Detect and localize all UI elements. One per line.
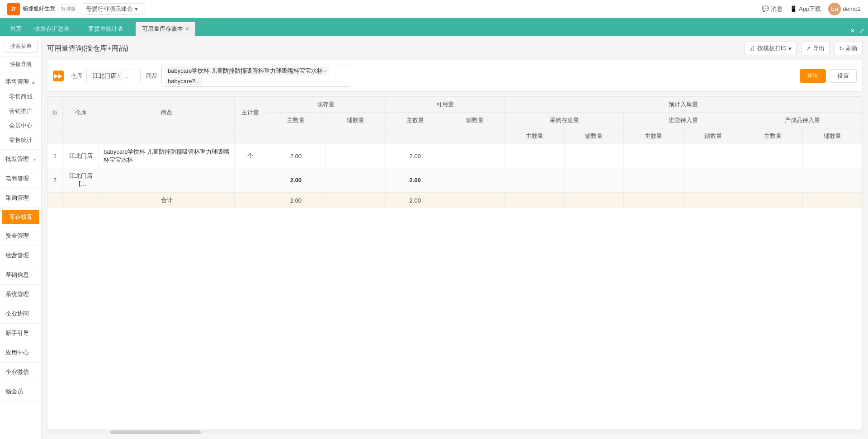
page-header: 可用量查询(按仓库+商品) 🖨 按模板打印 ▾ ↗ 导出 ↻ 刷新 [47, 42, 863, 55]
sidebar-group-system-header[interactable]: 系统管理 [0, 287, 41, 302]
logo: 好 畅捷通好生意 [7, 3, 55, 15]
export-btn[interactable]: ↗ 导出 [801, 42, 830, 55]
filter-toggle-btn[interactable]: ▶▶ [53, 71, 64, 81]
cell-purchase-main [505, 144, 564, 168]
sidebar-group-enterprise-header[interactable]: 企业协同 [0, 306, 41, 321]
refresh-btn[interactable]: ↻ 刷新 [834, 42, 863, 55]
th-stock-main: 主数量 [266, 113, 326, 128]
top-bar-left: 好 畅捷通好生意 标准版 母婴行业演示账套 ▾ [7, 3, 145, 15]
th-production-main: 主数量 [743, 128, 803, 144]
page-actions: 🖨 按模板打印 ▾ ↗ 导出 ↻ 刷新 [745, 42, 863, 55]
industry-selector[interactable]: 母婴行业演示账套 ▾ [82, 3, 145, 15]
search-menu-btn[interactable]: 搜索菜单 [4, 40, 38, 53]
th-product: 商品 [99, 97, 235, 128]
logo-text: 畅捷通好生意 [23, 5, 55, 13]
sidebar-group-basic-header[interactable]: 基础信息 [0, 267, 41, 283]
cell-purchase-sub [564, 144, 624, 168]
download-label: App下载 [799, 5, 821, 13]
th-stock-group: 现存量 [266, 97, 386, 113]
app-download-btn[interactable]: 📱 App下载 [790, 5, 821, 13]
product-tag-1-close[interactable]: × [324, 69, 327, 74]
ecommerce-label: 电商管理 [5, 175, 29, 183]
cell-incoming-main [624, 144, 684, 168]
close-window-icon[interactable]: ✕ [850, 27, 855, 34]
tab-collection-label: 收发存汇总表 [34, 25, 70, 33]
sidebar: 搜索菜单 快捷导航 零售管理 ▲ 零售商城 营销推广 会员中心 零售统计 批发管… [0, 36, 42, 439]
product-tag-1: babycare学饮杯 儿童防摔防撞吸管杯重力球吸嘴杯宝宝水杯 × [165, 66, 329, 76]
horizontal-scrollbar[interactable] [47, 430, 863, 434]
warehouse-more[interactable]: ... [124, 73, 129, 79]
cell-avail-main-2: 2.00 [385, 168, 445, 193]
scrollbar-thumb[interactable] [110, 430, 201, 434]
sidebar-group-finance-header[interactable]: 资金管理 [0, 228, 41, 244]
template-print-btn[interactable]: 🖨 按模板打印 ▾ [745, 42, 797, 55]
sidebar-item-retail-mall[interactable]: 零售商城 [0, 90, 41, 104]
table-row: 1 江北门店 babycare学饮杯 儿童防摔防撞吸管杯重力球吸嘴杯宝宝水杯 个… [47, 144, 862, 168]
expand-icon[interactable]: ⤢ [859, 27, 864, 34]
tab-order-stats-close[interactable]: × [126, 26, 129, 32]
page-title: 可用量查询(按仓库+商品) [47, 44, 128, 53]
username-label: demo2 [843, 5, 861, 12]
operation-label: 经营管理 [5, 251, 29, 260]
tab-collection-close[interactable]: × [72, 26, 75, 32]
tab-available-stock-label: 可用量库存账本 [142, 25, 183, 33]
setting-btn[interactable]: 设置 [830, 69, 857, 83]
industry-label: 母婴行业演示账套 [86, 5, 133, 13]
cell-product: babycare学饮杯 儿童防摔防撞吸管杯重力球吸嘴杯宝宝水杯 [99, 144, 235, 168]
tab-available-stock-close[interactable]: × [186, 26, 189, 32]
tab-collection[interactable]: 收发存汇总表 × [28, 22, 82, 36]
avatar: Ea [828, 3, 841, 15]
message-label: 消息 [771, 5, 783, 13]
warehouse-tag-close[interactable]: × [118, 73, 120, 78]
chevron-down-icon: ▾ [135, 5, 138, 12]
tab-home[interactable]: 首页 [4, 22, 28, 36]
sidebar-group-ecommerce: 电商管理 [0, 169, 41, 189]
sidebar-group-newguide: 新手引导 [0, 324, 41, 343]
sidebar-search-area: 搜索菜单 [0, 36, 41, 57]
sidebar-group-ecommerce-header[interactable]: 电商管理 [0, 171, 41, 186]
sidebar-group-member-header[interactable]: 畅会员 [0, 384, 41, 399]
cell-stock-sub-2 [326, 168, 385, 193]
th-forecast-group: 预计入库量 [505, 97, 862, 113]
cell-unit: 个 [235, 144, 266, 168]
th-incoming-main: 主数量 [624, 128, 684, 144]
cell-unit-2 [235, 168, 266, 193]
sidebar-item-inventory[interactable]: 库存核算 [2, 210, 39, 224]
sidebar-group-purchase-header[interactable]: 采购管理 [0, 190, 41, 206]
cell-production-main-2 [743, 168, 803, 193]
filter-area: ▶▶ 仓库 江北门店 × ... 商品 [47, 60, 863, 92]
sidebar-group-appstore-header[interactable]: 应用中心 [0, 345, 41, 360]
summary-stock-main: 2.00 [266, 192, 326, 208]
cell-incoming-sub-2 [684, 168, 743, 193]
tab-order-stats-label: 要货单统计表 [88, 25, 123, 33]
th-avail-sub: 辅数量 [445, 113, 505, 128]
sidebar-item-retail-stats[interactable]: 零售统计 [0, 133, 41, 147]
table-container: ⚙ 仓库 商品 主计量 现存量 可用量 预计入库量 主数量 辅数量 主数量 辅数… [47, 96, 863, 430]
query-btn[interactable]: 查询 [800, 69, 826, 83]
warehouse-tags[interactable]: 江北门店 × ... [86, 70, 141, 82]
basic-label: 基础信息 [5, 271, 29, 279]
newguide-label: 新手引导 [5, 329, 29, 337]
cell-avail-main: 2.00 [385, 144, 445, 168]
sidebar-item-membership[interactable]: 会员中心 [0, 118, 41, 133]
sidebar-group-newguide-header[interactable]: 新手引导 [0, 326, 41, 341]
product-tags[interactable]: babycare学饮杯 儿童防摔防撞吸管杯重力球吸嘴杯宝宝水杯 × babyca… [161, 65, 351, 87]
th-production-group: 产成品待入量 [743, 113, 862, 128]
sidebar-item-marketing[interactable]: 营销推广 [0, 104, 41, 118]
message-btn[interactable]: 💬 消息 [762, 5, 783, 13]
sidebar-group-operation-header[interactable]: 经营管理 [0, 248, 41, 263]
tab-available-stock[interactable]: 可用量库存账本 × [136, 22, 195, 36]
finance-label: 资金管理 [5, 232, 29, 240]
sidebar-group-retail: 零售管理 ▲ 零售商城 营销推广 会员中心 零售统计 [0, 72, 41, 150]
sidebar-group-wechat-header[interactable]: 企业微信 [0, 364, 41, 380]
summary-avail-main: 2.00 [385, 192, 445, 208]
quick-nav-btn[interactable]: 快捷导航 [0, 57, 41, 72]
sidebar-group-retail-header[interactable]: 零售管理 ▲ [0, 74, 41, 90]
sidebar-group-wholesale-header[interactable]: 批发管理 ▾ [0, 151, 41, 167]
user-profile[interactable]: Ea demo2 [828, 3, 861, 15]
settings-icon[interactable]: ⚙ [52, 109, 58, 116]
sidebar-group-appstore: 应用中心 [0, 343, 41, 363]
cell-production-sub-2 [803, 168, 862, 193]
tab-order-stats[interactable]: 要货单统计表 × [82, 22, 136, 36]
product-filter: 商品 babycare学饮杯 儿童防摔防撞吸管杯重力球吸嘴杯宝宝水杯 × bab… [146, 65, 351, 87]
